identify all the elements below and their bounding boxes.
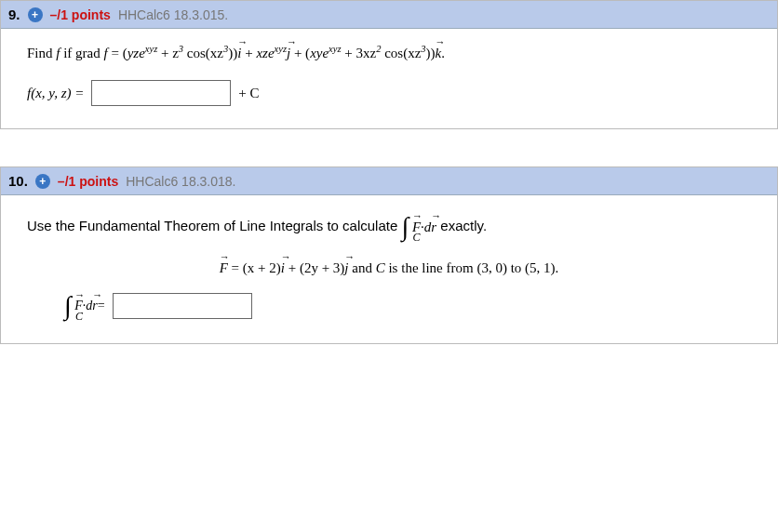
reference-label: HHCalc6 18.3.015.	[118, 7, 228, 22]
question-10-header: 10. + –/1 points HHCalc6 18.3.018.	[1, 167, 777, 195]
answer-line-10: ∫C →F · d→r =	[64, 291, 751, 321]
integral-lhs: ∫C →F · d→r =	[64, 291, 105, 321]
integral-icon: ∫C	[401, 212, 409, 242]
question-number: 10.	[8, 173, 28, 189]
reference-label: HHCalc6 18.3.018.	[126, 174, 235, 189]
vector-F: →F	[220, 260, 228, 276]
question-10-prompt: Use the Fundamental Theorem of Line Inte…	[27, 212, 751, 242]
unit-vector-j: →j	[287, 46, 290, 61]
plus-icon[interactable]: +	[35, 174, 50, 189]
points-label: –/1 points	[58, 174, 118, 189]
vector-F: →F	[412, 219, 421, 235]
question-9: 9. + –/1 points HHCalc6 18.3.015. Find f…	[0, 0, 778, 129]
answer-line-9: f(x, y, z) = + C	[27, 80, 751, 106]
answer-lhs: f(x, y, z) =	[27, 86, 84, 101]
question-9-header: 9. + –/1 points HHCalc6 18.3.015.	[1, 1, 777, 29]
unit-vector-i: →i	[237, 46, 241, 61]
answer-rhs: + C	[238, 86, 259, 101]
unit-vector-k: →k	[436, 46, 442, 61]
question-10-body: Use the Fundamental Theorem of Line Inte…	[1, 195, 777, 343]
integral-expression: ∫C →F · d→r	[401, 212, 436, 242]
points-label: –/1 points	[50, 7, 111, 22]
question-9-prompt: Find f if grad f = (yzexyz + z3 cos(xz3)…	[27, 46, 751, 61]
question-10: 10. + –/1 points HHCalc6 18.3.018. Use t…	[0, 166, 778, 344]
unit-vector-j: →j	[344, 260, 348, 276]
vector-r: →r	[431, 219, 436, 235]
question-number: 9.	[8, 7, 20, 22]
integral-icon: ∫C	[64, 291, 72, 321]
unit-vector-i: →i	[281, 260, 285, 276]
answer-input-9[interactable]	[91, 80, 231, 106]
answer-input-10[interactable]	[113, 293, 252, 319]
plus-icon[interactable]: +	[28, 7, 43, 22]
question-9-body: Find f if grad f = (yzexyz + z3 cos(xz3)…	[1, 29, 777, 128]
vector-field-definition: →F = (x + 2)→i + (2y + 3)→j and C is the…	[27, 260, 751, 276]
